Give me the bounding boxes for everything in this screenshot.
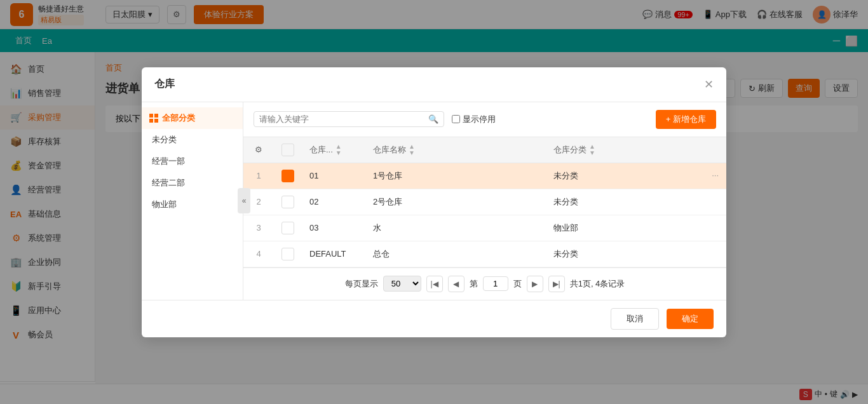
row-checkbox-cell[interactable] (274, 241, 302, 267)
row-category-cell: 未分类 (546, 189, 726, 215)
cancel-button[interactable]: 取消 (611, 308, 659, 330)
th-name: 仓库名称 ▲▼ (365, 137, 546, 163)
row-checkbox[interactable] (281, 170, 294, 182)
modal-right-panel: 🔍 显示停用 + 新增仓库 ⚙ (243, 102, 726, 300)
row-settings-cell: 1 (243, 163, 274, 189)
row-checkbox-cell[interactable] (274, 163, 302, 189)
row-checkbox[interactable] (281, 248, 294, 260)
per-page-label: 每页显示 (345, 278, 378, 290)
modal-title: 仓库 (154, 77, 175, 91)
row-category-cell: 未分类··· (546, 163, 726, 189)
modal-body: 全部分类 未分类 经营一部 经营二部 物业部 « 🔍 (142, 102, 726, 300)
sort-icon-code: ▲▼ (336, 144, 342, 156)
row-name-cell: 1号仓库 (365, 163, 546, 189)
show-disabled-checkbox[interactable] (452, 115, 460, 123)
per-page-select[interactable]: 50 10 20 100 (383, 276, 421, 292)
row-code-cell: 03 (302, 215, 365, 241)
th-settings: ⚙ (243, 137, 274, 163)
row-action-dots[interactable]: ··· (712, 170, 719, 180)
th-code: 仓库... ▲▼ (302, 137, 365, 163)
th-category-label: 仓库分类 (553, 144, 587, 156)
all-categories-label: 全部分类 (162, 112, 195, 124)
grid-icon (149, 114, 158, 123)
modal-table: ⚙ 仓库... ▲▼ (243, 137, 726, 267)
modal-toolbar: 🔍 显示停用 + 新增仓库 (243, 102, 726, 137)
warehouse-table: ⚙ 仓库... ▲▼ (243, 137, 726, 267)
modal-pagination: 每页显示 50 10 20 100 |◀ ◀ 第 页 ▶ ▶| 共1页, 4条记… (243, 267, 726, 300)
total-info: 共1页, 4条记录 (570, 278, 625, 290)
search-icon[interactable]: 🔍 (428, 114, 438, 124)
show-disabled-label[interactable]: 显示停用 (452, 114, 496, 125)
modal-overlay[interactable]: 仓库 ✕ 全部分类 未分类 经营一部 经营二部 物业部 (0, 0, 868, 404)
search-input[interactable] (259, 114, 428, 124)
page-last-button[interactable]: ▶| (548, 276, 565, 292)
modal-close-button[interactable]: ✕ (704, 77, 714, 91)
page-prev-button[interactable]: ◀ (448, 276, 465, 292)
row-name-cell: 2号仓库 (365, 189, 546, 215)
row-code-cell: 02 (302, 189, 365, 215)
sort-icon-name: ▲▼ (409, 144, 415, 156)
row-category-cell: 未分类 (546, 241, 726, 267)
row-code-cell: DEFAULT (302, 241, 365, 267)
category-item-operations1[interactable]: 经营一部 (142, 151, 243, 172)
page-word: 第 (470, 278, 478, 290)
row-settings-cell: 4 (243, 241, 274, 267)
row-code-cell: 01 (302, 163, 365, 189)
th-name-label: 仓库名称 (373, 144, 406, 156)
page-next-button[interactable]: ▶ (527, 276, 543, 292)
row-checkbox-cell[interactable] (274, 189, 302, 215)
row-checkbox[interactable] (281, 196, 294, 208)
th-category: 仓库分类 ▲▼ (546, 137, 726, 163)
settings-icon: ⚙ (255, 145, 262, 154)
table-row[interactable]: 1 01 1号仓库 未分类··· (243, 163, 726, 189)
row-checkbox-cell[interactable] (274, 215, 302, 241)
category-item-unclassified[interactable]: 未分类 (142, 129, 243, 151)
row-category-cell: 物业部 (546, 215, 726, 241)
select-all-checkbox[interactable] (281, 144, 294, 156)
modal-footer: 取消 确定 (142, 300, 726, 337)
row-name-cell: 水 (365, 215, 546, 241)
sort-icon-category: ▲▼ (589, 144, 595, 156)
row-name-cell: 总仓 (365, 241, 546, 267)
category-all-header[interactable]: 全部分类 (142, 107, 243, 129)
modal-left-panel: 全部分类 未分类 经营一部 经营二部 物业部 « (142, 102, 243, 300)
page-unit-label: 页 (513, 278, 522, 290)
modal-header: 仓库 ✕ (142, 67, 726, 102)
search-box: 🔍 (254, 111, 444, 127)
th-checkbox (274, 137, 302, 163)
table-row[interactable]: 4 DEFAULT 总仓 未分类 (243, 241, 726, 267)
row-settings-cell: 3 (243, 215, 274, 241)
page-input[interactable] (483, 276, 508, 291)
page-first-button[interactable]: |◀ (426, 276, 443, 292)
collapse-panel-button[interactable]: « (238, 188, 250, 213)
category-item-property[interactable]: 物业部 (142, 194, 243, 215)
row-checkbox[interactable] (281, 222, 294, 234)
confirm-button[interactable]: 确定 (667, 309, 714, 329)
table-row[interactable]: 2 02 2号仓库 未分类 (243, 189, 726, 215)
th-code-label: 仓库... (309, 144, 333, 156)
table-row[interactable]: 3 03 水 物业部 (243, 215, 726, 241)
new-warehouse-button[interactable]: + 新增仓库 (656, 110, 716, 129)
category-item-operations2[interactable]: 经营二部 (142, 172, 243, 194)
warehouse-modal: 仓库 ✕ 全部分类 未分类 经营一部 经营二部 物业部 (142, 67, 726, 337)
